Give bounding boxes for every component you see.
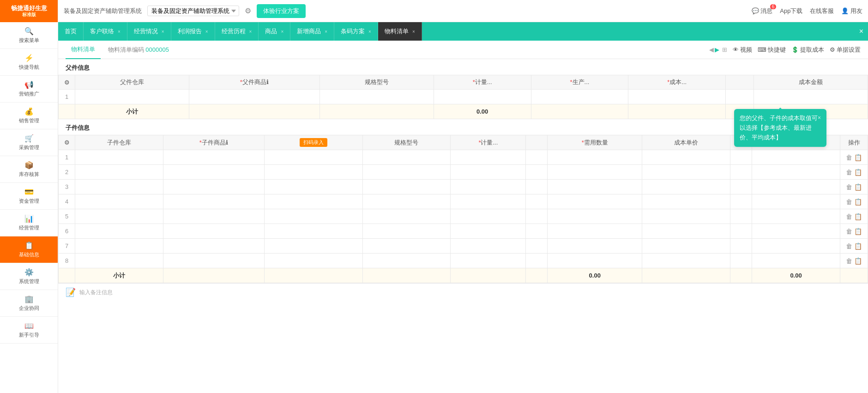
sidebar-item-system[interactable]: ⚙️ 系统管理 [0,263,58,290]
sidebar-item-basic[interactable]: 📋 基础信息 [0,236,58,263]
settings-tool[interactable]: ⚙ 单据设置 [830,46,861,54]
tab-history[interactable]: 经营历程 × [215,22,259,41]
sidebar-item-quick-nav[interactable]: ⚡ 快捷导航 [0,49,58,76]
app-download-link[interactable]: App下载 [780,7,802,15]
child-row-6: 6 🗑📋 [59,224,868,239]
settings-icon[interactable]: ⚙ [245,6,251,15]
sidebar-item-finance[interactable]: 💳 资金管理 [0,183,58,210]
box-icon: 📦 [24,161,34,169]
parent-cost-cell[interactable] [628,90,726,104]
copy-icon[interactable]: 📋 [854,213,862,220]
search-icon: 🔍 [24,27,34,36]
tab-label: 经营历程 [222,27,246,36]
app-logo: 畅捷通好生意 标准版 [0,0,58,22]
expand-icon[interactable]: ⊞ [722,46,727,53]
gear-icon: ⚙️ [24,268,34,277]
sidebar-item-enterprise[interactable]: 🏢 企业协同 [0,290,58,317]
copy-icon[interactable]: 📋 [854,198,862,206]
tab-close-icon[interactable]: × [249,29,252,34]
sidebar-item-purchase[interactable]: 🛒 采购管理 [0,129,58,156]
child-action-cell: 🗑 📋 [840,150,868,165]
parent-spec-cell[interactable] [319,90,434,104]
copy-icon[interactable]: 📋 [854,228,862,235]
tab-home[interactable]: 首页 [58,22,84,41]
child-row-3: 3 🗑📋 [59,180,868,194]
child-product-cell[interactable] [163,150,264,165]
delete-icon[interactable]: 🗑 [846,154,852,161]
col-child-unit: *计量... [451,135,526,150]
subtotal-empty1 [189,104,319,119]
tab-close-icon[interactable]: × [162,29,164,34]
system-select[interactable]: 装备及固定资产辅助管理系统 [147,6,239,16]
delete-icon[interactable]: 🗑 [846,257,852,265]
parent-row-1: 1 [59,90,868,104]
parent-product-cell[interactable] [189,90,319,104]
tab-barcode[interactable]: 条码方案 × [334,22,378,41]
col-cost: *成本... [628,75,726,90]
sidebar-item-guide[interactable]: 📖 新手引导 [0,317,58,344]
money-icon: 💰 [24,107,34,116]
sidebar-item-search[interactable]: 🔍 搜索菜单 [0,22,58,49]
col-scan[interactable]: 扫码录入 [264,135,362,150]
delete-icon[interactable]: 🗑 [846,169,852,176]
next-arrow-icon[interactable]: ▶ [715,46,719,53]
delete-icon[interactable]: 🗑 [846,242,852,250]
bom-code-value: 0000005 [145,46,169,53]
scan-button[interactable]: 扫码录入 [300,138,327,147]
tab-close-icon[interactable]: × [118,29,121,34]
child-warehouse-cell[interactable] [75,150,163,165]
user-name: 用友 [850,7,862,14]
tab-goods[interactable]: 商品 × [259,22,290,41]
parent-extra-cell [726,90,754,104]
parent-warehouse-cell[interactable] [75,90,189,104]
delete-icon[interactable]: 🗑 [846,228,852,235]
tab-operations[interactable]: 经营情况 × [127,22,171,41]
copy-icon[interactable]: 📋 [854,242,862,250]
tab-customer[interactable]: 客户联络 × [84,22,127,41]
trial-button[interactable]: 体验行业方案 [257,4,306,18]
sidebar: 畅捷通好生意 标准版 🔍 搜索菜单 ⚡ 快捷导航 📢 营销推广 💰 销售管理 🛒… [0,0,58,393]
chart-icon: 📊 [24,214,34,223]
child-scan-cell [264,150,362,165]
view-tool[interactable]: 👁 视频 [733,46,752,54]
tab-close-icon[interactable]: × [412,29,415,34]
copy-icon[interactable]: 📋 [854,257,862,265]
online-service-link[interactable]: 在线客服 [810,7,834,15]
copy-icon[interactable]: 📋 [854,183,862,191]
tab-close-icon[interactable]: × [368,29,371,34]
building-icon: 🏢 [24,295,34,303]
child-spec-cell[interactable] [362,150,451,165]
child-qty-cell[interactable] [548,150,642,165]
child-unit-cost-cell[interactable] [642,150,730,165]
delete-icon[interactable]: 🗑 [846,213,852,220]
prev-arrow-icon[interactable]: ◀ [709,46,714,53]
sidebar-item-operations[interactable]: 📊 经营管理 [0,210,58,236]
tab-profit[interactable]: 利润报告 × [171,22,215,41]
cost-tool[interactable]: 💲 提取成本 [791,46,824,54]
tab-close-icon[interactable]: × [325,29,327,34]
sidebar-item-label: 经营管理 [19,224,39,231]
col-parent-product: *父件商品ℹ [189,75,319,90]
parent-prod-cell[interactable] [531,90,628,104]
child-unit-cell[interactable] [451,150,526,165]
user-avatar[interactable]: 👤 用友 [841,7,862,15]
delete-icon[interactable]: 🗑 [846,183,852,191]
sidebar-item-marketing[interactable]: 📢 营销推广 [0,76,58,103]
delete-icon[interactable]: 🗑 [846,198,852,206]
sidebar-item-sales[interactable]: 💰 销售管理 [0,103,58,129]
parent-unit-cell[interactable] [434,90,531,104]
shortcut-tool[interactable]: ⌨ 快捷键 [758,46,786,54]
tooltip-close-button[interactable]: × [818,114,821,122]
close-all-tabs-icon[interactable]: × [855,27,868,36]
tab-bom[interactable]: 物料清单 × [378,22,422,41]
tab-new-goods[interactable]: 新增商品 × [290,22,334,41]
tab-close-icon[interactable]: × [281,29,283,34]
copy-icon[interactable]: 📋 [854,169,862,176]
message-button[interactable]: 💬 消息 6 [752,7,773,15]
note-placeholder[interactable]: 输入备注信息 [79,289,113,296]
sub-tab-bom-list[interactable]: 物料清单 [66,41,101,59]
sidebar-item-inventory[interactable]: 📦 库存核算 [0,156,58,183]
tab-close-icon[interactable]: × [205,29,208,34]
child-row-5: 5 🗑📋 [59,209,868,224]
copy-icon[interactable]: 📋 [854,154,862,161]
